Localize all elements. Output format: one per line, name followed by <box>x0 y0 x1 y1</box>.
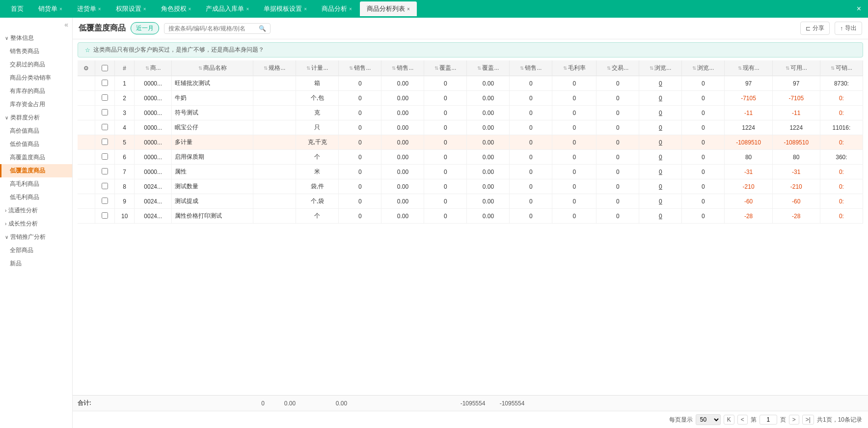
export-button[interactable]: ↑ 导出 <box>835 22 862 35</box>
col-sellable[interactable]: ⇅可销... <box>820 60 863 76</box>
close-icon[interactable]: × <box>189 6 191 12</box>
filter-recent-month-button[interactable]: 近一月 <box>131 22 159 34</box>
browse-link[interactable]: 0 <box>659 80 662 87</box>
sidebar-item-new-products[interactable]: 新品 <box>0 257 72 270</box>
browse-link[interactable]: 0 <box>659 169 662 175</box>
close-icon[interactable]: × <box>304 6 307 12</box>
sidebar-section-overall[interactable]: ∨ 整体信息 <box>0 31 72 45</box>
col-unit[interactable]: ⇅计量... <box>296 60 339 76</box>
close-icon[interactable]: × <box>407 6 410 12</box>
nav-tab-role[interactable]: 角色授权 × <box>154 1 198 16</box>
page-size-select[interactable]: 50 100 200 <box>696 414 721 425</box>
sidebar-item-high-coverage[interactable]: 高覆盖度商品 <box>0 151 72 164</box>
col-margin[interactable]: ⇅毛利率 <box>552 60 597 76</box>
browse-link[interactable]: 0 <box>659 124 662 131</box>
top-navigation: 首页 销货单 × 进货单 × 权限设置 × 角色授权 × 产成品入库单 × 单据… <box>0 0 868 18</box>
col-sales-qty[interactable]: ⇅销售... <box>339 60 381 76</box>
sidebar-item-all-products[interactable]: 全部商品 <box>0 244 72 257</box>
sidebar-item-low-margin[interactable]: 低毛利商品 <box>0 191 72 204</box>
search-icon[interactable]: 🔍 <box>259 25 266 32</box>
sidebar-collapse-button[interactable]: « <box>0 18 72 31</box>
browse-link[interactable]: 0 <box>659 110 662 116</box>
col-name[interactable]: ⇅商品名称 <box>172 60 253 76</box>
browse-link[interactable]: 0 <box>659 198 662 205</box>
row-checkbox[interactable] <box>102 183 108 189</box>
col-spec[interactable]: ⇅规格... <box>253 60 296 76</box>
sidebar-item-high-margin[interactable]: 高毛利商品 <box>0 177 72 191</box>
table-cell <box>253 194 296 209</box>
sidebar-item-stock-capital[interactable]: 库存资金占用 <box>0 98 72 111</box>
table-cell: 0024... <box>135 209 172 224</box>
table-cell <box>95 179 115 194</box>
browse-link[interactable]: 0 <box>659 183 662 190</box>
sidebar-section-growth[interactable]: › 成长性分析 <box>0 217 72 230</box>
close-icon[interactable]: × <box>143 6 146 12</box>
sidebar-item-traded-products[interactable]: 交易过的商品 <box>0 58 72 71</box>
nav-tab-permission[interactable]: 权限设置 × <box>109 1 153 16</box>
col-available[interactable]: ⇅可用... <box>772 60 820 76</box>
col-settings[interactable]: ⚙ <box>78 60 95 76</box>
browse-link[interactable]: 0 <box>659 154 662 161</box>
nav-tab-purchase[interactable]: 进货单 × <box>70 1 108 16</box>
table-cell: 启用保质期 <box>172 150 253 165</box>
col-sales-amt[interactable]: ⇅销售... <box>381 60 424 76</box>
close-icon[interactable]: × <box>349 6 352 12</box>
sidebar-item-sales-products[interactable]: 销售类商品 <box>0 45 72 58</box>
prev-page-button[interactable]: < <box>737 415 748 425</box>
select-all-checkbox[interactable] <box>102 65 108 71</box>
sidebar-section-cluster[interactable]: ∨ 类群度分析 <box>0 111 72 124</box>
nav-tab-product-inbound[interactable]: 产成品入库单 × <box>199 1 256 16</box>
first-page-button[interactable]: K <box>724 415 734 425</box>
close-icon[interactable]: × <box>98 6 101 12</box>
table-cell: 0 <box>552 150 597 165</box>
sidebar-item-high-value[interactable]: 高价值商品 <box>0 124 72 138</box>
browse-link[interactable]: 0 <box>659 95 662 102</box>
table-cell: 0 <box>339 150 381 165</box>
col-coverage2[interactable]: ⇅覆盖... <box>467 60 510 76</box>
table-cell: -11 <box>772 106 820 120</box>
nav-tab-template[interactable]: 单据模板设置 × <box>257 1 314 16</box>
col-sales-count[interactable]: ⇅销售... <box>510 60 552 76</box>
close-icon[interactable]: × <box>246 6 249 12</box>
nav-tab-product-analysis-list[interactable]: 商品分析列表 × <box>360 1 417 16</box>
row-checkbox[interactable] <box>102 139 108 145</box>
sidebar-item-low-value[interactable]: 低价值商品 <box>0 138 72 151</box>
sidebar-item-category-rate[interactable]: 商品分类动销率 <box>0 71 72 85</box>
table-cell: 0 <box>682 194 725 209</box>
row-checkbox[interactable] <box>102 212 108 219</box>
sidebar-item-low-coverage[interactable]: 低覆盖度商品 <box>0 164 72 177</box>
last-page-button[interactable]: >| <box>802 415 814 425</box>
col-transaction[interactable]: ⇅交易... <box>597 60 639 76</box>
close-icon[interactable]: × <box>59 6 62 12</box>
row-checkbox[interactable] <box>102 153 108 160</box>
next-page-button[interactable]: > <box>789 415 799 425</box>
search-input[interactable] <box>168 25 257 32</box>
row-checkbox[interactable] <box>102 198 108 204</box>
row-checkbox[interactable] <box>102 109 108 115</box>
table-cell: 0 <box>597 194 639 209</box>
row-checkbox[interactable] <box>102 80 108 86</box>
nav-tab-product-analysis[interactable]: 商品分析 × <box>315 1 359 16</box>
nav-tab-home[interactable]: 首页 <box>4 1 30 16</box>
col-coverage1[interactable]: ⇅覆盖... <box>424 60 467 76</box>
sidebar-section-marketing[interactable]: ∨ 营销推广分析 <box>0 230 72 244</box>
table-cell: 0 <box>510 194 552 209</box>
col-checkbox[interactable] <box>95 60 115 76</box>
browse-link[interactable]: 0 <box>659 139 662 146</box>
share-button[interactable]: ⊏ 分享 <box>800 22 830 35</box>
footer-cells: 0 0.00 0.00 -1095554 -1095554 <box>117 400 863 407</box>
col-current-stock[interactable]: ⇅现有... <box>725 60 772 76</box>
table-cell: 0 <box>639 194 682 209</box>
col-code[interactable]: ⇅商... <box>135 60 172 76</box>
current-page-input[interactable] <box>760 415 777 425</box>
nav-tab-sales[interactable]: 销货单 × <box>31 1 69 16</box>
sidebar-item-stocked-products[interactable]: 有库存的商品 <box>0 85 72 98</box>
window-close-button[interactable]: × <box>854 3 864 14</box>
sidebar-section-circulation[interactable]: › 流通性分析 <box>0 204 72 217</box>
col-browse2[interactable]: ⇅浏览... <box>682 60 725 76</box>
row-checkbox[interactable] <box>102 168 108 174</box>
col-browse1[interactable]: ⇅浏览... <box>639 60 682 76</box>
browse-link[interactable]: 0 <box>659 213 662 220</box>
row-checkbox[interactable] <box>102 94 108 101</box>
row-checkbox[interactable] <box>102 124 108 130</box>
